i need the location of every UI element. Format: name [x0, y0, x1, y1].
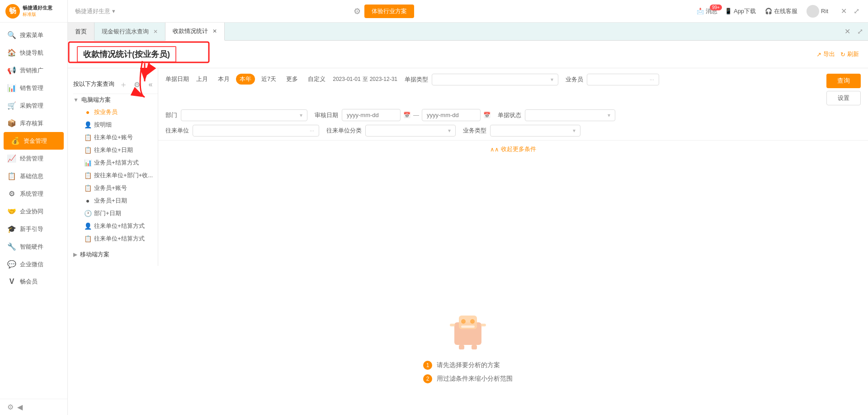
settings-footer-icon[interactable]: ⚙: [7, 403, 14, 411]
date-tab-this-month[interactable]: 本月: [214, 74, 233, 85]
sidebar-item-label: 畅会员: [20, 278, 38, 286]
trial-button[interactable]: 体验行业方案: [364, 5, 414, 18]
scheme-item-unit-settle2[interactable]: 📋 往来单位+结算方式: [80, 232, 158, 245]
scheme-collapse-icon[interactable]: «: [145, 79, 156, 90]
tab-home[interactable]: 首页: [68, 23, 94, 41]
svg-rect-5: [450, 324, 455, 326]
scheme-item-by-salesperson[interactable]: ● 按业务员: [80, 106, 158, 118]
main-area: 畅捷通好生意 ▾ ⚙ 体验行业方案 📩 消息 99+ 📱 App下载 🎧 在线客…: [68, 0, 868, 415]
svg-point-3: [470, 319, 475, 324]
sidebar-item-operations[interactable]: 📈 经营管理: [0, 150, 67, 167]
tab-receipt-stats-close[interactable]: ✕: [212, 28, 217, 34]
tab-receipt-stats[interactable]: 收款情况统计 ✕: [165, 23, 225, 41]
topbar-online-service[interactable]: 🎧 在线客服: [765, 7, 797, 15]
user-avatar: [807, 5, 819, 18]
bill-type-select[interactable]: ▾: [432, 74, 558, 85]
scheme-item-unit-dept[interactable]: 📋 按往来单位+部门+收...: [80, 169, 158, 182]
review-date-end-input[interactable]: [422, 109, 481, 121]
scheme-gear-icon[interactable]: ⚙: [132, 79, 142, 90]
date-tab-this-year[interactable]: 本年: [236, 74, 255, 85]
salesperson-more-icon[interactable]: ···: [650, 76, 654, 83]
refresh-button[interactable]: ↻ 刷新: [840, 50, 859, 58]
tip-num-2: 2: [423, 374, 432, 383]
mobile-tree-toggle[interactable]: ▶: [73, 251, 77, 258]
sidebar-item-enterprise[interactable]: 🤝 企业协同: [0, 203, 67, 220]
empty-tips: 1 请先选择要分析的方案 2 用过滤条件来缩小分析范围: [423, 361, 513, 383]
sidebar-item-wechat[interactable]: 💬 企业微信: [0, 255, 67, 273]
scheme-item-label: 按明细: [94, 121, 112, 129]
salesperson-select[interactable]: ···: [587, 74, 659, 85]
sidebar-item-inventory[interactable]: 📦 库存核算: [0, 114, 67, 132]
scheme-item-unit-account[interactable]: 📋 往来单位+账号: [80, 131, 158, 144]
finance-icon: 💰: [11, 137, 20, 145]
scheme-item-unit-settle[interactable]: 👤 往来单位+结算方式: [80, 220, 158, 232]
scheme-item-sales-settle[interactable]: 📊 业务员+结算方式: [80, 156, 158, 169]
scheme-item-label: 业务员+账号: [94, 184, 127, 192]
sidebar-item-purchase[interactable]: 🛒 采购管理: [0, 97, 67, 114]
scheme-item-sales-date[interactable]: ● 业务员+日期: [80, 194, 158, 207]
scheme-add-icon[interactable]: ＋: [118, 79, 129, 90]
tab-bank-flow[interactable]: 现金银行流水查询 ✕: [94, 23, 165, 41]
desktop-group-label: 电脑端方案: [81, 96, 111, 104]
sidebar-item-quick-nav[interactable]: 🏠 快捷导航: [0, 44, 67, 61]
date-range-display: 2023-01-01 至 2023-12-31: [333, 75, 397, 83]
review-date-start-input[interactable]: [342, 109, 401, 121]
dept-select[interactable]: ▾: [181, 109, 307, 121]
filter-main: 单据日期 上月 本月 本年 近7天 更多 自定义 2023-01-01: [158, 68, 868, 266]
sidebar-item-system[interactable]: ⚙ 系统管理: [0, 185, 67, 203]
svg-rect-8: [472, 345, 477, 349]
tab-bar-controls: ✕ ⤢: [843, 27, 864, 36]
scheme-item-sales-account[interactable]: 📋 业务员+账号: [80, 182, 158, 194]
calendar-end-icon[interactable]: 📅: [483, 112, 491, 118]
scheme-item-dept-date[interactable]: 🕐 部门+日期: [80, 207, 158, 220]
window-maximize-button[interactable]: ⤢: [852, 7, 861, 16]
topbar-messages[interactable]: 📩 消息 99+: [697, 7, 717, 15]
sidebar-item-basic[interactable]: 📋 基础信息: [0, 167, 67, 185]
topbar-app-download[interactable]: 📱 App下载: [725, 7, 756, 15]
date-tab-last-month[interactable]: 上月: [193, 74, 212, 85]
scheme-item-unit-date[interactable]: 📋 往来单位+日期: [80, 144, 158, 156]
sidebar-item-sales[interactable]: 📊 销售管理: [0, 79, 67, 97]
bill-type-arrow-icon: ▾: [551, 76, 553, 83]
setting-button[interactable]: 设置: [826, 91, 861, 105]
sidebar-nav: 🔍 搜索菜单 🏠 快捷导航 📢 营销推广 📊 销售管理 🛒 采购管理 📦: [0, 23, 67, 399]
query-buttons: 查询 设置: [826, 74, 861, 105]
bill-status-select[interactable]: ▾: [525, 109, 615, 121]
tabs-maximize-button[interactable]: ⤢: [855, 27, 864, 36]
sidebar-item-finance[interactable]: 💰 资金管理: [4, 132, 64, 150]
refresh-label: 刷新: [847, 50, 859, 58]
collapse-footer-icon[interactable]: ◀‌‌: [17, 403, 23, 411]
sidebar-item-label: 基础信息: [20, 172, 43, 180]
sidebar-item-member[interactable]: V 畅会员: [0, 273, 67, 290]
date-tab-custom[interactable]: 自定义: [304, 74, 329, 85]
topbar-user[interactable]: Rit: [807, 5, 828, 18]
date-tab-last-7days[interactable]: 近7天: [258, 74, 280, 85]
window-close-button[interactable]: ✕: [839, 7, 848, 16]
svg-rect-4: [461, 325, 475, 328]
sidebar-footer: ⚙ ◀‌‌: [0, 399, 67, 415]
tabs-close-button[interactable]: ✕: [843, 27, 852, 36]
topbar-gear-icon[interactable]: ⚙: [354, 6, 361, 16]
desktop-tree-toggle[interactable]: ▼: [73, 97, 79, 103]
sidebar-item-marketing[interactable]: 📢 营销推广: [0, 61, 67, 79]
salesperson-label: 业务员: [566, 75, 583, 84]
date-tab-more[interactable]: 更多: [283, 74, 302, 85]
sidebar-item-search-menu[interactable]: 🔍 搜索菜单: [0, 26, 67, 44]
scheme-tree-mobile-root: ▶ 移动端方案: [73, 249, 158, 260]
scheme-item-by-detail[interactable]: 👤 按明细: [80, 118, 158, 131]
query-button[interactable]: 查询: [826, 74, 861, 88]
sidebar-item-guide[interactable]: 🎓 新手引导: [0, 220, 67, 238]
counterpart-more-icon[interactable]: ···: [310, 127, 314, 134]
calendar-start-icon[interactable]: 📅: [403, 112, 410, 118]
counterpart-select[interactable]: ···: [193, 125, 319, 137]
tab-bank-flow-close[interactable]: ✕: [153, 28, 158, 35]
sidebar-item-smart-hw[interactable]: 🔧 智能硬件: [0, 238, 67, 255]
business-type-select[interactable]: ▾: [490, 125, 580, 137]
unit-settle2-icon: 📋: [84, 235, 91, 242]
logo-title: 畅捷通好生意: [23, 5, 52, 11]
collapse-more-button[interactable]: ∧∧ 收起更多条件: [158, 140, 868, 158]
scheme-item-label: 部门+日期: [94, 209, 121, 217]
date-filter-group: 单据日期 上月 本月 本年 近7天 更多 自定义 2023-01-01: [165, 74, 397, 85]
export-button[interactable]: ↗ 导出: [816, 50, 835, 58]
counterpart-category-select[interactable]: ▾: [365, 125, 456, 137]
